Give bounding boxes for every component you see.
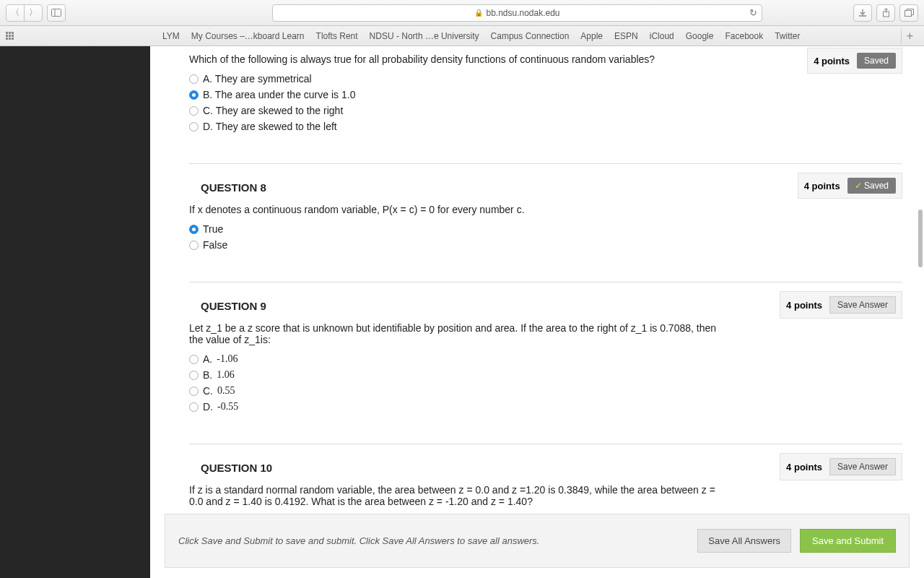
question-text: If z is a standard normal random variabl… xyxy=(189,484,723,507)
option-b[interactable]: B.1.06 xyxy=(189,367,902,383)
bookmark-link[interactable]: Facebook xyxy=(725,31,763,41)
downloads-button[interactable] xyxy=(853,4,872,22)
radio-icon xyxy=(189,225,199,234)
points-label: 4 points xyxy=(804,181,840,191)
option-d[interactable]: D. They are skewed to the left xyxy=(189,118,902,134)
points-label: 4 points xyxy=(814,56,850,66)
bookmark-link[interactable]: Campus Connection xyxy=(491,31,570,41)
quiz-content: 4 points Saved Which of the following is… xyxy=(150,46,924,578)
bookmark-link[interactable]: My Courses –…kboard Learn xyxy=(191,31,305,41)
left-rail xyxy=(0,46,150,578)
svg-rect-3 xyxy=(905,11,911,17)
sidebar-toggle-button[interactable] xyxy=(47,4,66,22)
radio-icon xyxy=(189,371,199,380)
question-9: QUESTION 9 4 points Save Answer Let z_1 … xyxy=(189,282,902,436)
saved-badge: Saved xyxy=(857,53,896,69)
share-button[interactable] xyxy=(876,4,895,22)
save-answer-button[interactable]: Save Answer xyxy=(829,296,896,314)
download-icon xyxy=(858,9,867,17)
bookmark-link[interactable]: Google xyxy=(686,31,714,41)
tabs-button[interactable] xyxy=(899,4,918,22)
question-text: Let z_1 be a z score that is unknown but… xyxy=(189,322,723,345)
footer-message: Click Save and Submit to save and submit… xyxy=(178,535,689,546)
option-a[interactable]: A. They are symmetrical xyxy=(189,71,902,87)
question-text: Which of the following is always true fo… xyxy=(189,53,723,65)
points-label: 4 points xyxy=(786,462,822,473)
question-title: QUESTION 9 xyxy=(201,300,266,312)
question-title: QUESTION 10 xyxy=(201,462,272,474)
back-button[interactable]: 〈 xyxy=(6,4,25,22)
bookmark-link[interactable]: Apple xyxy=(580,31,603,41)
svg-rect-0 xyxy=(52,9,61,17)
points-box: 4 points Saved xyxy=(807,48,902,74)
bookmark-link[interactable]: iCloud xyxy=(650,31,674,41)
points-label: 4 points xyxy=(786,300,822,311)
new-tab-button[interactable]: + xyxy=(901,29,918,43)
tabs-icon xyxy=(905,9,914,17)
points-box: 4 points Saved xyxy=(798,173,902,199)
sidebar-icon xyxy=(51,9,61,17)
question-8: QUESTION 8 4 points Saved If x denotes a… xyxy=(189,163,902,275)
bookmark-link[interactable]: NDSU - North …e University xyxy=(370,31,479,41)
radio-icon xyxy=(189,355,199,364)
option-c[interactable]: C. They are skewed to the right xyxy=(189,103,902,118)
points-box: 4 points Save Answer xyxy=(780,453,902,480)
save-answer-button[interactable]: Save Answer xyxy=(829,458,896,475)
share-icon xyxy=(882,8,890,17)
question-7: 4 points Saved Which of the following is… xyxy=(189,53,902,156)
option-true[interactable]: True xyxy=(189,221,902,237)
bookmark-link[interactable]: LYM xyxy=(162,31,180,41)
address-bar[interactable]: 🔒 bb.ndsu.nodak.edu ↻ xyxy=(272,4,762,22)
bookmark-link[interactable]: Tlofts Rent xyxy=(316,31,358,41)
reload-icon[interactable]: ↻ xyxy=(749,7,757,18)
option-d[interactable]: D.-0.55 xyxy=(189,399,902,415)
forward-button[interactable]: 〉 xyxy=(24,4,43,22)
bookmark-link[interactable]: Twitter xyxy=(775,31,800,41)
radio-icon xyxy=(189,74,199,84)
favorites-bar: LYM My Courses –…kboard Learn Tlofts Ren… xyxy=(0,26,924,46)
question-title: QUESTION 8 xyxy=(201,181,266,194)
radio-icon xyxy=(189,402,199,412)
question-text: If x denotes a continuous random variabl… xyxy=(189,204,723,215)
option-c[interactable]: C.0.55 xyxy=(189,383,902,399)
lock-icon: 🔒 xyxy=(474,9,483,17)
submit-footer: Click Save and Submit to save and submit… xyxy=(165,514,910,568)
scrollbar-thumb[interactable] xyxy=(918,210,923,267)
option-false[interactable]: False xyxy=(189,237,902,253)
top-sites-icon[interactable] xyxy=(6,32,14,40)
radio-icon xyxy=(189,241,199,250)
bookmark-link[interactable]: ESPN xyxy=(614,31,638,41)
saved-badge: Saved xyxy=(847,178,896,194)
save-all-button[interactable]: Save All Answers xyxy=(697,529,791,553)
radio-icon xyxy=(189,90,199,100)
radio-icon xyxy=(189,387,199,396)
browser-toolbar: 〈 〉 🔒 bb.ndsu.nodak.edu ↻ xyxy=(0,0,924,26)
points-box: 4 points Save Answer xyxy=(780,291,902,319)
save-submit-button[interactable]: Save and Submit xyxy=(800,529,896,553)
option-b[interactable]: B. The area under the curve is 1.0 xyxy=(189,87,902,103)
radio-icon xyxy=(189,106,199,116)
radio-icon xyxy=(189,122,199,131)
url-text: bb.ndsu.nodak.edu xyxy=(486,8,559,18)
option-a[interactable]: A.-1.06 xyxy=(189,351,902,367)
